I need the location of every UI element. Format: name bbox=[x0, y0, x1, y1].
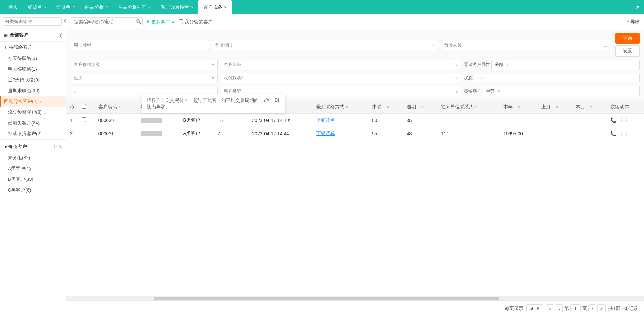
filter-search-input[interactable] bbox=[74, 19, 134, 24]
next-page-btn[interactable]: › bbox=[588, 304, 596, 312]
header-code[interactable]: 客户编码 ⇅ bbox=[95, 100, 137, 114]
sidebar-search-input[interactable] bbox=[3, 17, 62, 26]
sidebar-all-customers[interactable]: ⊞ 全部客户 ❮ bbox=[0, 29, 66, 42]
filter-row-3: 性质 ∨ 收付款条件 ∨ 状态 ∨ bbox=[71, 73, 640, 83]
row1-name bbox=[137, 114, 180, 127]
filter-retail-customer-select[interactable]: 全部 ∨ bbox=[483, 86, 640, 96]
table-settings-icon[interactable]: ⚙ bbox=[70, 104, 74, 110]
header-this-month[interactable]: 本月... ⇅ bbox=[572, 100, 607, 114]
filter-status-select[interactable]: ∨ bbox=[474, 74, 640, 82]
sidebar-item-class-c[interactable]: C类客户(6) bbox=[0, 185, 66, 195]
window-close-button[interactable]: × bbox=[636, 4, 640, 11]
row1-phone-icon[interactable]: 📞 bbox=[610, 117, 616, 123]
page-navigation: « ‹ 第 1 页 › » bbox=[546, 304, 606, 312]
header-un-contact[interactable]: 未联... ⇅ bbox=[369, 100, 403, 114]
sidebar-item-class-a[interactable]: A类客户(1) bbox=[0, 163, 66, 174]
status-chevron-icon: ∨ bbox=[480, 76, 483, 80]
row1-more-icon[interactable]: ⋮⋮ bbox=[619, 117, 629, 123]
filter-manager[interactable]: 分管人员 ... bbox=[441, 40, 612, 50]
filter-phone[interactable]: 电话号码 bbox=[71, 40, 209, 50]
row2-phone-icon[interactable]: 📞 bbox=[610, 131, 616, 136]
select-all-checkbox[interactable] bbox=[82, 104, 86, 109]
close-analysis-list-icon[interactable]: × bbox=[148, 5, 150, 9]
sidebar-item-anomaly[interactable]: 回购异常客户(2) ℹ bbox=[0, 96, 66, 107]
nav-item-analysis[interactable]: 商品分析 × bbox=[80, 0, 113, 14]
query-button[interactable]: 查询 bbox=[615, 33, 640, 44]
header-last-month[interactable]: 上月... ⇅ bbox=[538, 100, 572, 114]
filter-row-1: 电话号码 分管部门 ∨ 分管人员 ... 查询 设置 bbox=[71, 33, 640, 57]
page-size-chevron-icon: ∨ bbox=[536, 306, 540, 311]
row2-last-month bbox=[538, 127, 572, 140]
nav-item-home[interactable]: 首页 bbox=[4, 0, 23, 14]
sidebar-item-declining[interactable]: 持续下滑客户(2) ℹ bbox=[0, 128, 66, 139]
per-page-label: 每页显示 bbox=[505, 305, 523, 312]
sidebar-pending-header[interactable]: ▼ 待联络客户 bbox=[0, 42, 66, 53]
nav-item-customer-tier[interactable]: 客户分层经营 × bbox=[156, 0, 198, 14]
sidebar-item-tomorrow[interactable]: 明天待联络(1) bbox=[0, 64, 66, 75]
filter-payment[interactable]: 收付款条件 ∨ bbox=[221, 73, 461, 83]
filter-gender[interactable]: 性质 ∨ bbox=[71, 73, 218, 83]
last-page-btn[interactable]: » bbox=[597, 304, 606, 312]
filter-icon: ▼ bbox=[145, 19, 150, 24]
row2-uncontact: 55 bbox=[369, 127, 403, 140]
close-analysis-icon[interactable]: × bbox=[106, 5, 108, 9]
sidebar-item-loss-warning[interactable]: 流失预警客户(3) ℹ bbox=[0, 107, 66, 118]
sidebar-item-7days[interactable]: 近7天待联络(0) bbox=[0, 75, 66, 85]
page-suffix: 页 bbox=[582, 305, 587, 312]
pagination: 每页显示 50 ∨ « ‹ 第 1 页 › » 共1页 2条记录 bbox=[66, 300, 644, 316]
nav-item-customer-contact[interactable]: 客户联络 × bbox=[198, 0, 231, 14]
horizontal-scrollbar[interactable] bbox=[66, 296, 644, 300]
sidebar-search-icon[interactable]: 🔍 bbox=[64, 19, 66, 24]
sidebar-item-class-b[interactable]: B类客户(33) bbox=[0, 174, 66, 185]
my-customer-filter[interactable]: 我分管的客户 bbox=[179, 19, 213, 25]
header-last-contact-way[interactable]: 最后联络方式 ⇅ bbox=[313, 100, 369, 114]
header-this-year[interactable]: 本年... ⇅ bbox=[500, 100, 537, 114]
sidebar-item-today[interactable]: 今天待联络(0) bbox=[0, 53, 66, 64]
sidebar-collapse-btn[interactable]: ❮ bbox=[59, 33, 62, 38]
set-button[interactable]: 设置 bbox=[615, 45, 640, 57]
filter-price-level[interactable]: 客户价格等级 ∨ bbox=[71, 60, 218, 70]
row1-select-checkbox[interactable] bbox=[82, 117, 86, 122]
export-button[interactable]: ↑ 导出 bbox=[627, 19, 640, 25]
row2-select-checkbox[interactable] bbox=[82, 131, 86, 135]
nav-item-purchase[interactable]: 进货单 × bbox=[51, 0, 80, 14]
header-partner-contact[interactable]: 往来单位联系人 ⇅ bbox=[437, 100, 500, 114]
value-edit-icons: ↻ ✎ bbox=[53, 144, 62, 150]
table-area: ⚙ 客户编码 ⇅ 客户名称 bbox=[66, 100, 644, 296]
sidebar-value-header[interactable]: ▼ 价值客户 ↻ ✎ bbox=[0, 141, 66, 152]
customer-type-chevron-icon: ∨ bbox=[455, 89, 458, 94]
row2-more-icon[interactable]: ⋮⋮ bbox=[619, 131, 629, 136]
filter-search-icon[interactable]: 🔍 bbox=[136, 19, 142, 24]
prev-page-btn[interactable]: ‹ bbox=[556, 304, 563, 312]
table-row: 2 000031 A类客户 7 2023-04-12 14:44: 下销货单 5… bbox=[66, 127, 644, 140]
close-purchase-icon[interactable]: × bbox=[73, 5, 75, 9]
sidebar-item-overdue[interactable]: 逾期未联络(30) bbox=[0, 85, 66, 96]
first-page-btn[interactable]: « bbox=[546, 304, 554, 312]
table-row: 1 000039 B类客户 15 2023-04-17 14:19: 下销货单 … bbox=[66, 114, 644, 127]
close-customer-tier-icon[interactable]: × bbox=[191, 5, 193, 9]
refresh-icon[interactable]: ↻ bbox=[53, 144, 57, 150]
scroll-thumb[interactable] bbox=[154, 297, 499, 300]
filter-retail-attr-select[interactable]: 全部 ∨ bbox=[491, 60, 640, 70]
row1-this-month bbox=[572, 114, 607, 127]
page-size-select[interactable]: 50 ∨ bbox=[526, 304, 543, 312]
more-conditions-btn[interactable]: ▼ 更多条件 ▲ bbox=[145, 19, 176, 25]
my-customer-checkbox[interactable] bbox=[179, 19, 183, 24]
filter-search-box: 🔍 bbox=[71, 17, 143, 26]
current-page-input[interactable]: 1 bbox=[570, 304, 581, 312]
close-sales-icon[interactable]: × bbox=[44, 5, 46, 9]
filter-customer-level[interactable]: 客户等级 ∨ bbox=[221, 60, 461, 70]
row2-contact-count: 7 bbox=[214, 127, 249, 140]
edit-icon[interactable]: ✎ bbox=[59, 144, 62, 150]
filter-department[interactable]: 分管部门 ∨ bbox=[212, 40, 438, 50]
nav-item-sales[interactable]: 销货单 × bbox=[23, 0, 51, 14]
close-customer-contact-icon[interactable]: × bbox=[224, 5, 226, 9]
sidebar-item-unclassified[interactable]: 未分组(32) bbox=[0, 152, 66, 163]
price-chevron-icon: ∨ bbox=[212, 62, 214, 67]
row1-last-way[interactable]: 下销货单 bbox=[313, 114, 369, 127]
row2-last-way[interactable]: 下销货单 bbox=[313, 127, 369, 140]
nav-item-analysis-list[interactable]: 商品分析列表 × bbox=[113, 0, 156, 14]
sidebar-item-lost[interactable]: 已流失客户(24) bbox=[0, 118, 66, 128]
header-overdue[interactable]: 逾期... ⇅ bbox=[403, 100, 437, 114]
customer-level-chevron-icon: ∨ bbox=[455, 62, 458, 67]
